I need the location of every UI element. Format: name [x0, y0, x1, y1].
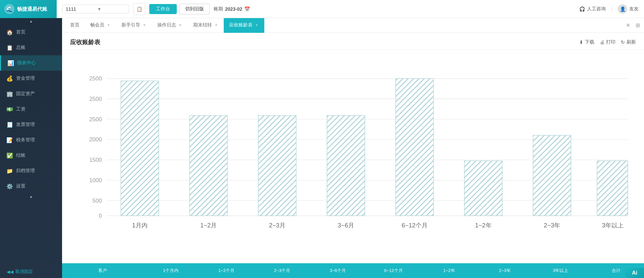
- svg-text:1500: 1500: [89, 157, 102, 163]
- sidebar-label-tax: 税务管理: [16, 137, 35, 143]
- home-icon: 🏠: [7, 29, 13, 35]
- svg-text:2000: 2000: [89, 136, 102, 143]
- period-label: 账期: [214, 6, 223, 12]
- sidebar-item-reports[interactable]: 📊 报表中心: [0, 55, 62, 71]
- svg-text:2~3月: 2~3月: [269, 222, 285, 229]
- sidebar-item-home[interactable]: 🏠 首页: [0, 24, 62, 40]
- tab-home[interactable]: 首页: [65, 18, 85, 33]
- tab-member[interactable]: 畅会员 ×: [85, 18, 116, 33]
- svg-text:1~2月: 1~2月: [200, 222, 217, 229]
- assets-icon: 🏢: [7, 91, 13, 97]
- bar-6-12月: [396, 78, 434, 216]
- tab-oplog[interactable]: 操作日志 ×: [152, 18, 188, 33]
- sidebar-label-ledger: 总账: [16, 45, 25, 51]
- page-actions: ⬇ 下载 🖨 打印 ↻ 刷新: [579, 39, 636, 45]
- logo-text: 畅捷通易代账: [17, 6, 47, 12]
- tab-member-label: 畅会员: [90, 22, 104, 28]
- sidebar-item-settings[interactable]: ⚙️ 设置: [0, 179, 62, 194]
- th-1-2year: 1~2年: [421, 268, 477, 274]
- sidebar-item-checkout[interactable]: ✅ 结账: [0, 148, 62, 163]
- sidebar-item-tax[interactable]: 📝 税务管理: [0, 132, 62, 148]
- close-all-tabs-btn[interactable]: ✕: [625, 21, 632, 30]
- th-2-3month: 2~3个月: [254, 268, 310, 274]
- tax-icon: 📝: [7, 137, 13, 143]
- sidebar-label-salary: 工资: [16, 106, 25, 112]
- bar-1月内: [121, 81, 159, 216]
- tab-aging-label: 应收账龄表: [229, 22, 253, 28]
- bar-2-3年: [533, 135, 571, 216]
- th-3-6month: 3~6个月: [310, 268, 366, 274]
- cancel-pin-btn[interactable]: ◀◀ 取消固定: [0, 265, 62, 278]
- tabs-bar: 首页 畅会员 × 新手引导 × 操作日志 × 期末结转 × 应收账龄表 ×: [62, 18, 644, 33]
- logo: 🌊 畅捷通易代账: [0, 0, 57, 18]
- workbench-button[interactable]: 工作台: [149, 4, 177, 14]
- svg-text:3~6月: 3~6月: [338, 222, 354, 229]
- cancel-pin-label: 取消固定: [15, 269, 33, 275]
- sidebar-label-checkout: 结账: [16, 152, 25, 158]
- sidebar-item-invoice[interactable]: 🧾 发票管理: [0, 117, 62, 132]
- bar-1-2月: [190, 116, 227, 216]
- period-info: 账期 2023-02 📅: [214, 6, 250, 12]
- user-btn[interactable]: 👤 友友: [618, 4, 639, 14]
- bar-2-3月: [258, 116, 296, 216]
- tab-guide-close[interactable]: ×: [142, 22, 147, 28]
- reports-icon: 📊: [8, 60, 14, 66]
- th-1-2month: 1~2个月: [199, 268, 254, 274]
- tab-home-label: 首页: [70, 22, 79, 28]
- invoice-icon: 🧾: [7, 122, 13, 128]
- th-customer: 客户: [62, 268, 143, 274]
- checkout-icon: ✅: [7, 152, 13, 158]
- svg-text:2500: 2500: [89, 75, 102, 82]
- sidebar-item-archive[interactable]: 📁 归档管理: [0, 163, 62, 179]
- tab-aging-close[interactable]: ×: [255, 22, 259, 28]
- funds-icon: 💰: [7, 75, 13, 81]
- th-2-3year: 2~3年: [477, 268, 533, 274]
- ledger-icon: 📋: [7, 45, 13, 51]
- maximize-btn[interactable]: ⊞: [634, 21, 641, 30]
- chart-container: 2500 2500 2500 2000 1500 1000 500 0: [62, 50, 644, 263]
- th-3year-plus: 3年以上: [533, 268, 588, 274]
- sidebar-item-ledger[interactable]: 📋 总账: [0, 40, 62, 55]
- sidebar-scroll-down[interactable]: ▼: [0, 194, 62, 200]
- company-name: 1111: [66, 6, 94, 12]
- print-btn[interactable]: 🖨 打印: [600, 39, 615, 45]
- bar-3-6月: [327, 116, 365, 216]
- table-header-row: 客户 1个月内 1~2个月 2~3个月 3~6个月 6~12个月 1~2年 2~…: [62, 263, 644, 278]
- company-selector[interactable]: 1111 ▼: [62, 5, 129, 13]
- sidebar-item-assets[interactable]: 🏢 固定资产: [0, 86, 62, 101]
- sidebar-label-reports: 报表中心: [17, 60, 36, 66]
- header-right: 🎧 人工咨询 | 👤 友友: [579, 4, 639, 14]
- svg-text:6~12个月: 6~12个月: [401, 222, 427, 229]
- calendar-icon[interactable]: 📅: [244, 6, 250, 12]
- download-btn[interactable]: ⬇ 下载: [579, 39, 594, 45]
- sidebar-label-invoice: 发票管理: [16, 122, 35, 128]
- sidebar-item-salary[interactable]: 💵 工资: [0, 101, 62, 117]
- tab-window-controls: ✕ ⊞: [625, 21, 641, 30]
- th-1month: 1个月内: [143, 268, 199, 274]
- archive-icon: 📋: [137, 6, 142, 12]
- refresh-btn[interactable]: ↻ 刷新: [621, 39, 636, 45]
- consultant-btn[interactable]: 🎧 人工咨询: [579, 6, 606, 12]
- tab-aging[interactable]: 应收账龄表 ×: [224, 18, 264, 33]
- tab-guide[interactable]: 新手引导 ×: [116, 18, 152, 33]
- ai-badge[interactable]: Ai: [625, 268, 644, 278]
- switch-version-button[interactable]: 切到旧版: [179, 4, 210, 14]
- th-6-12month: 6~12个月: [366, 268, 421, 274]
- period-value: 2023-02: [225, 6, 242, 12]
- svg-text:2500: 2500: [89, 116, 102, 123]
- sidebar: ▲ 🏠 首页 📋 总账 📊 报表中心 💰 资金管理 🏢 固定资产 💵 工资 🧾 …: [0, 18, 62, 278]
- sidebar-item-funds[interactable]: 💰 资金管理: [0, 71, 62, 86]
- tab-period-end[interactable]: 期末结转 ×: [188, 18, 224, 33]
- archive-icon-btn[interactable]: 📋: [133, 3, 145, 15]
- tab-period-end-close[interactable]: ×: [214, 22, 218, 28]
- sidebar-label-archive: 归档管理: [16, 168, 35, 174]
- sidebar-scroll-up[interactable]: ▲: [0, 18, 62, 24]
- bar-1-2年: [464, 161, 502, 216]
- user-avatar: 👤: [618, 4, 627, 14]
- consultant-label: 人工咨询: [587, 6, 606, 12]
- page-title: 应收账龄表: [70, 38, 100, 46]
- tab-member-close[interactable]: ×: [106, 22, 111, 28]
- settings-icon: ⚙️: [7, 183, 13, 189]
- tab-oplog-close[interactable]: ×: [178, 22, 182, 28]
- tab-period-end-label: 期末结转: [193, 22, 212, 28]
